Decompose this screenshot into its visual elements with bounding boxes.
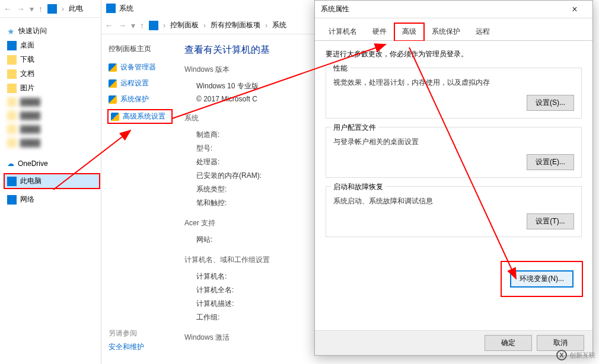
folder-icon [7,138,17,148]
folder-icon [7,124,17,134]
processor-label: 处理器: [184,155,308,169]
watermark: X 创新互联 [556,350,595,360]
group-desc: 系统启动、系统故障和调试信息 [333,196,574,206]
system-section: 系统 制造商: 型号: 处理器: 已安装的内存(RAM): 系统类型: 笔和触控… [184,113,308,210]
breadcrumb-sep-icon: › [62,5,64,13]
breadcrumb-sep-icon: › [163,21,165,30]
dropdown-icon[interactable]: ▾ [30,4,34,14]
system-main: 查看有关计算机的基 Windows 版本 Windows 10 专业版 © 20… [179,34,314,360]
forward-icon[interactable]: → [118,21,126,30]
up-icon[interactable]: ↑ [39,4,43,14]
breadcrumb-sep-icon: › [203,21,206,30]
blurred-item[interactable]: ████ [5,109,99,122]
blurred-item[interactable]: ████ [5,136,99,149]
system-heading: 查看有关计算机的基 [184,44,308,56]
workgroup-label: 工作组: [184,311,308,324]
sidebar-title: 控制面板主页 [109,44,171,54]
tab-remote[interactable]: 远程 [468,23,498,40]
system-title: 系统 [119,4,133,14]
network-icon [7,195,17,205]
cancel-button[interactable]: 取消 [537,335,584,351]
shield-icon [111,113,119,121]
computer-name-section: 计算机名、域和工作组设置 计算机名: 计算机全名: 计算机描述: 工作组: [184,255,308,324]
system-properties-dialog: 系统属性 × 计算机名 硬件 高级 系统保护 远程 要进行大多数更改，你必须作为… [314,0,593,356]
system-window: 系统 ← → ▾ ↑ › 控制面板 › 所有控制面板项 › 系统 控制面板主页 … [101,0,314,364]
user-profile-settings-button[interactable]: 设置(E)... [527,154,574,170]
folder-icon [7,111,17,120]
environment-variables-button[interactable]: 环境变量(N)... [510,270,573,288]
group-title: 启动和故障恢复 [331,182,385,192]
blurred-item[interactable]: ████ [5,123,99,136]
network-item[interactable]: 网络 [5,193,99,206]
dialog-footer: 确定 取消 [315,330,592,355]
system-sidebar: 控制面板主页 设备管理器 远程设置 系统保护 高级系统设置 [101,34,179,360]
back-icon[interactable]: ← [4,4,12,14]
performance-settings-button[interactable]: 设置(S)... [527,95,574,111]
ok-button[interactable]: 确定 [485,335,532,351]
pc-icon [47,4,57,14]
shield-icon [109,95,117,104]
blurred-item[interactable]: ████ [5,95,99,108]
windows-version-section: Windows 版本 Windows 10 专业版 © 2017 Microso… [184,65,308,105]
acer-section: Acer 支持 网站: [184,218,308,247]
group-title: 性能 [331,63,350,74]
forward-icon[interactable]: → [17,4,25,14]
system-titlebar: 系统 [101,0,314,17]
copyright: © 2017 Microsoft C [184,93,308,105]
tab-advanced[interactable]: 高级 [394,23,424,41]
remote-settings-link[interactable]: 远程设置 [109,78,171,88]
see-also-link[interactable]: 安全和维护 [109,342,144,352]
star-icon: ★ [7,27,15,36]
pen-touch-label: 笔和触控: [184,196,308,210]
downloads-item[interactable]: 下载 [5,53,99,66]
tab-hardware[interactable]: 硬件 [365,23,394,40]
dialog-title: 系统属性 [321,4,349,14]
section-title: Windows 版本 [184,65,308,75]
desktop-item[interactable]: 桌面 [5,39,99,52]
breadcrumb-cp[interactable]: 控制面板 [170,20,199,30]
shield-icon [109,63,117,72]
system-content: 控制面板主页 设备管理器 远程设置 系统保护 高级系统设置 查看有关计算机的基 … [101,34,314,360]
folder-icon [7,97,17,107]
dropdown-icon[interactable]: ▾ [131,21,135,30]
system-icon [106,4,116,13]
performance-group: 性能 视觉效果，处理器计划，内存使用，以及虚拟内存 设置(S)... [326,68,582,119]
dialog-body: 要进行大多数更改，你必须作为管理员登录。 性能 视觉效果，处理器计划，内存使用，… [315,41,592,331]
quick-access-item[interactable]: ★快速访问 [5,24,99,38]
startup-group: 启动和故障恢复 系统启动、系统故障和调试信息 设置(T)... [326,186,582,237]
advanced-settings-link[interactable]: 高级系统设置 [109,110,171,123]
section-title: 计算机名、域和工作组设置 [184,255,308,265]
up-icon[interactable]: ↑ [140,21,144,30]
desktop-icon [7,41,17,50]
ram-label: 已安装的内存(RAM): [184,169,308,183]
activation-section: Windows 激活 [184,333,308,343]
shield-icon [109,79,117,88]
this-pc-item[interactable]: 此电脑 [5,174,99,188]
folder-icon [7,55,17,65]
see-also: 另请参阅 安全和维护 [109,328,144,352]
breadcrumb-sep-icon: › [265,21,267,30]
website-label: 网站: [184,233,308,247]
section-title: Acer 支持 [184,218,308,228]
pictures-item[interactable]: 图片 [5,81,99,95]
tabs: 计算机名 硬件 高级 系统保护 远程 [315,18,592,41]
dialog-titlebar[interactable]: 系统属性 × [315,1,592,18]
group-desc: 与登录帐户相关的桌面设置 [333,137,574,147]
system-type-label: 系统类型: [184,183,308,196]
nav-tree: ★快速访问 桌面 下载 文档 图片 ████ ████ ████ ████ ☁O… [0,18,104,213]
back-icon[interactable]: ← [105,21,113,30]
address-text[interactable]: 此电 [69,4,83,14]
close-icon[interactable]: × [563,4,587,15]
section-title: Windows 激活 [184,333,308,343]
device-manager-link[interactable]: 设备管理器 [109,62,171,72]
watermark-text: 创新互联 [569,351,595,360]
tab-system-protection[interactable]: 系统保护 [424,23,468,40]
onedrive-item[interactable]: ☁OneDrive [5,158,99,170]
startup-settings-button[interactable]: 设置(T)... [527,213,574,229]
breadcrumb-all[interactable]: 所有控制面板项 [211,20,260,30]
windows-edition: Windows 10 专业版 [184,79,308,93]
system-protection-link[interactable]: 系统保护 [109,94,171,104]
tab-computer-name[interactable]: 计算机名 [321,23,365,40]
breadcrumb-system[interactable]: 系统 [272,20,286,30]
documents-item[interactable]: 文档 [5,67,99,81]
